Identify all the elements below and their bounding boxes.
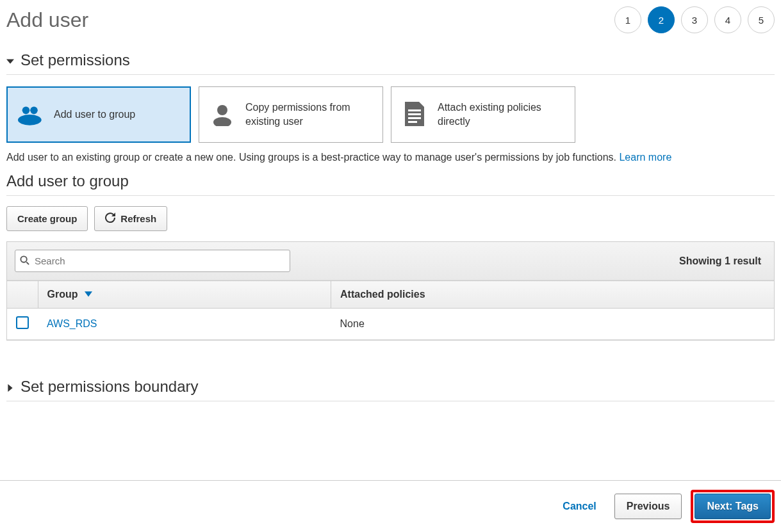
learn-more-link[interactable]: Learn more <box>619 152 671 163</box>
search-wrap <box>15 250 290 272</box>
step-5[interactable]: 5 <box>748 6 775 33</box>
table-row[interactable]: AWS_RDS None <box>7 309 774 340</box>
svg-rect-6 <box>408 109 421 111</box>
step-4[interactable]: 4 <box>714 6 741 33</box>
svg-point-3 <box>18 115 42 125</box>
group-name-cell[interactable]: AWS_RDS <box>38 309 331 340</box>
option-attach-policies[interactable]: Attach existing policies directly <box>391 86 575 143</box>
permissions-description-text: Add user to an existing group or create … <box>6 152 619 163</box>
svg-point-5 <box>213 117 231 126</box>
svg-point-1 <box>22 107 30 115</box>
step-2[interactable]: 2 <box>648 6 675 33</box>
svg-marker-0 <box>6 59 14 63</box>
svg-rect-9 <box>408 121 417 123</box>
document-icon <box>402 102 427 127</box>
option-copy-permissions[interactable]: Copy permissions from existing user <box>199 86 383 143</box>
option-add-user-to-group-label: Add user to group <box>54 108 135 122</box>
option-attach-policies-label: Attach existing policies directly <box>438 101 564 129</box>
wizard-steps: 1 2 3 4 5 <box>614 6 775 33</box>
search-input[interactable] <box>15 250 290 272</box>
option-copy-permissions-label: Copy permissions from existing user <box>245 101 372 129</box>
svg-line-11 <box>26 262 29 264</box>
permissions-description: Add user to an existing group or create … <box>6 152 775 163</box>
caret-down-icon <box>6 56 14 64</box>
svg-point-2 <box>30 107 38 115</box>
groups-table: Showing 1 result Group Attached policies <box>6 241 775 341</box>
policies-cell: None <box>331 309 774 340</box>
caret-right-icon <box>6 383 14 391</box>
permissions-boundary-title: Set permissions boundary <box>21 378 198 396</box>
svg-rect-8 <box>408 117 421 119</box>
set-permissions-header[interactable]: Set permissions <box>6 46 775 75</box>
svg-point-10 <box>21 256 26 262</box>
result-count: Showing 1 result <box>679 255 766 267</box>
sort-icon <box>85 289 92 300</box>
svg-marker-13 <box>8 384 12 392</box>
step-1[interactable]: 1 <box>614 6 641 33</box>
option-add-user-to-group[interactable]: Add user to group <box>6 86 191 143</box>
svg-point-4 <box>217 105 227 115</box>
row-checkbox[interactable] <box>16 316 29 329</box>
set-permissions-title: Set permissions <box>21 51 130 69</box>
svg-marker-12 <box>85 291 92 296</box>
col-group[interactable]: Group <box>38 281 331 309</box>
refresh-icon <box>105 213 115 225</box>
col-checkbox <box>7 281 38 309</box>
search-icon <box>20 255 29 267</box>
col-group-label: Group <box>47 289 78 300</box>
add-user-to-group-title: Add user to group <box>6 172 775 196</box>
page-title: Add user <box>6 8 88 32</box>
group-icon <box>18 102 44 127</box>
refresh-button-label: Refresh <box>120 213 156 224</box>
step-3[interactable]: 3 <box>681 6 708 33</box>
svg-rect-7 <box>408 113 421 115</box>
col-policies[interactable]: Attached policies <box>331 281 774 309</box>
person-icon <box>210 102 235 127</box>
create-group-button[interactable]: Create group <box>6 206 88 231</box>
permissions-boundary-header[interactable]: Set permissions boundary <box>6 373 775 401</box>
refresh-button[interactable]: Refresh <box>94 206 167 231</box>
